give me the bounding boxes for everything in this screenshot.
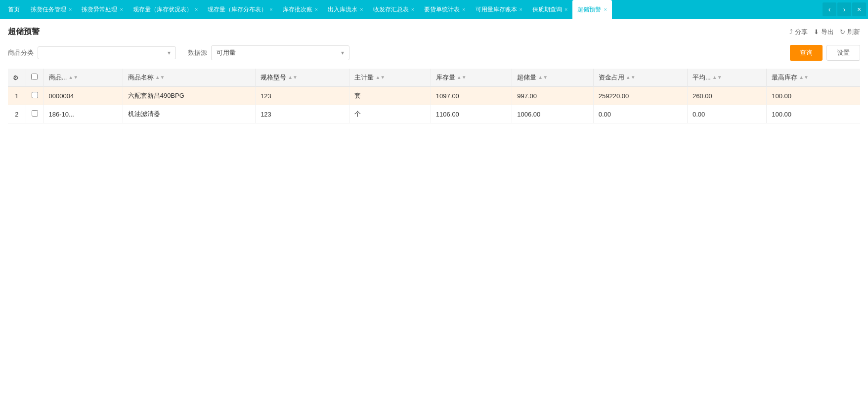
- cell-stock: 1097.00: [431, 87, 512, 105]
- cell-unit: 个: [349, 105, 431, 123]
- chevron-down-icon: ▾: [168, 49, 171, 56]
- col-label: 资金占用: [599, 73, 624, 82]
- page-title: 超储预警: [8, 27, 40, 37]
- sort-max-stock[interactable]: 最高库存 ▲▼: [772, 73, 809, 82]
- table-header-overflow[interactable]: 超储量 ▲▼: [512, 69, 593, 87]
- sort-icon: ▲▼: [626, 75, 636, 80]
- query-button[interactable]: 查询: [790, 45, 823, 61]
- nav-tab-9[interactable]: 可用量库存账本 ×: [471, 0, 527, 19]
- settings-button[interactable]: 设置: [826, 45, 860, 61]
- top-nav: 首页 拣货任务管理 × 拣货异常处理 × 现存量（库存状况表） × 现存量（库存…: [0, 0, 868, 19]
- nav-tab-1[interactable]: 拣货任务管理 ×: [26, 0, 77, 19]
- table-header-goods-name[interactable]: 商品名称 ▲▼: [123, 69, 255, 87]
- table-header-stock[interactable]: 库存量 ▲▼: [431, 69, 512, 87]
- nav-tab-3[interactable]: 现存量（库存状况表） ×: [128, 0, 203, 19]
- table-header-spec[interactable]: 规格型号 ▲▼: [256, 69, 349, 87]
- sort-icon: ▲▼: [457, 75, 467, 80]
- tab-close-icon[interactable]: ×: [604, 6, 607, 12]
- col-label: 规格型号: [260, 73, 286, 82]
- category-select[interactable]: ▾: [38, 46, 176, 59]
- col-label: 主计量: [354, 73, 374, 82]
- col-label: 超储量: [517, 73, 536, 82]
- refresh-icon: ↻: [840, 28, 845, 36]
- tab-label: 要货单统计表: [424, 5, 460, 14]
- col-label: 商品名称: [128, 73, 154, 82]
- table-header-max-stock[interactable]: 最高库存 ▲▼: [767, 69, 860, 87]
- sort-icon: ▲▼: [375, 75, 385, 80]
- sort-goods-code[interactable]: 商品... ▲▼: [49, 73, 79, 82]
- tab-label: 拣货异常处理: [82, 5, 117, 14]
- sort-goods-name[interactable]: 商品名称 ▲▼: [128, 73, 165, 82]
- cell-overflow: 1006.00: [512, 105, 593, 123]
- nav-tab-7[interactable]: 收发存汇总表 ×: [368, 0, 419, 19]
- nav-arrow-close[interactable]: ×: [852, 2, 866, 16]
- nav-tab-10[interactable]: 保质期查询 ×: [527, 0, 572, 19]
- tab-label: 出入库流水: [328, 5, 357, 14]
- nav-tab-11-active[interactable]: 超储预警 ×: [572, 0, 611, 19]
- nav-arrow-left[interactable]: ‹: [823, 2, 836, 16]
- sort-stock[interactable]: 库存量 ▲▼: [436, 73, 467, 82]
- tab-close-icon[interactable]: ×: [195, 6, 198, 12]
- tab-label: 拣货任务管理: [31, 5, 66, 14]
- cell-stock: 1106.00: [431, 105, 512, 123]
- col-label: 平均...: [693, 73, 711, 82]
- tab-close-icon[interactable]: ×: [520, 6, 522, 12]
- sort-spec[interactable]: 规格型号 ▲▼: [260, 73, 298, 82]
- row-checkbox[interactable]: [32, 110, 38, 117]
- nav-tab-4[interactable]: 现存量（库存分布表） ×: [203, 0, 277, 19]
- tab-close-icon[interactable]: ×: [269, 6, 272, 12]
- home-label: 首页: [8, 5, 20, 14]
- sort-avg[interactable]: 平均... ▲▼: [693, 73, 722, 82]
- tab-close-icon[interactable]: ×: [69, 6, 72, 12]
- sort-overflow[interactable]: 超储量 ▲▼: [517, 73, 548, 82]
- sort-icon: ▲▼: [155, 75, 165, 80]
- nav-tab-5[interactable]: 库存批次账 ×: [278, 0, 323, 19]
- nav-tab-6[interactable]: 出入库流水 ×: [323, 0, 368, 19]
- tab-close-icon[interactable]: ×: [564, 6, 567, 12]
- tab-label: 收发存汇总表: [373, 5, 409, 14]
- sort-icon: ▲▼: [538, 75, 548, 80]
- nav-tab-2[interactable]: 拣货异常处理 ×: [77, 0, 128, 19]
- sort-unit[interactable]: 主计量 ▲▼: [354, 73, 385, 82]
- export-button[interactable]: ⬇ 导出: [814, 28, 834, 37]
- nav-tab-8[interactable]: 要货单统计表 ×: [419, 0, 470, 19]
- table-header-checkbox[interactable]: [26, 69, 43, 87]
- row-settings-cell: 1: [8, 87, 26, 105]
- table-header-settings[interactable]: ⚙: [8, 69, 26, 87]
- nav-arrow-right[interactable]: ›: [837, 2, 851, 16]
- tab-close-icon[interactable]: ×: [411, 6, 414, 12]
- nav-home[interactable]: 首页: [2, 0, 26, 19]
- category-filter-group: 商品分类 ▾: [8, 46, 176, 59]
- table-header-unit[interactable]: 主计量 ▲▼: [349, 69, 431, 87]
- cell-capital: 259220.00: [593, 87, 687, 105]
- gear-icon: ⚙: [13, 74, 19, 81]
- select-all-checkbox[interactable]: [31, 74, 38, 80]
- table-header-avg[interactable]: 平均... ▲▼: [688, 69, 767, 87]
- share-button[interactable]: ⤴ 分享: [789, 28, 808, 37]
- cell-goods-name: 机油滤清器: [123, 105, 255, 123]
- cell-goods-name: 六配套新昌490BPG: [123, 87, 255, 105]
- share-label: 分享: [795, 28, 808, 37]
- page-content: 超储预警 ⤴ 分享 ⬇ 导出 ↻ 刷新 商品分类 ▾ 数据源: [0, 19, 868, 395]
- tab-close-icon[interactable]: ×: [120, 6, 123, 12]
- tab-close-icon[interactable]: ×: [462, 6, 465, 12]
- tab-close-icon[interactable]: ×: [360, 6, 363, 12]
- table-header-capital[interactable]: 资金占用 ▲▼: [593, 69, 687, 87]
- tab-label: 超储预警: [577, 5, 601, 14]
- sort-icon: ▲▼: [712, 75, 722, 80]
- tab-close-icon[interactable]: ×: [315, 6, 318, 12]
- col-label: 最高库存: [772, 73, 797, 82]
- filter-row: 商品分类 ▾ 数据源 可用量 ▾ 查询 设置: [8, 45, 860, 61]
- cell-max-stock: 100.00: [767, 87, 860, 105]
- table-header-goods-code[interactable]: 商品... ▲▼: [43, 69, 123, 87]
- sort-capital[interactable]: 资金占用 ▲▼: [599, 73, 636, 82]
- category-label: 商品分类: [8, 48, 34, 57]
- datasource-select[interactable]: 可用量 ▾: [211, 45, 349, 60]
- datasource-select-value: 可用量: [217, 48, 236, 57]
- page-header: 超储预警 ⤴ 分享 ⬇ 导出 ↻ 刷新: [8, 27, 860, 37]
- refresh-button[interactable]: ↻ 刷新: [840, 28, 860, 37]
- row-checkbox[interactable]: [32, 92, 38, 98]
- cell-spec: 123: [256, 87, 349, 105]
- tab-label: 现存量（库存分布表）: [208, 5, 267, 14]
- export-label: 导出: [821, 28, 834, 37]
